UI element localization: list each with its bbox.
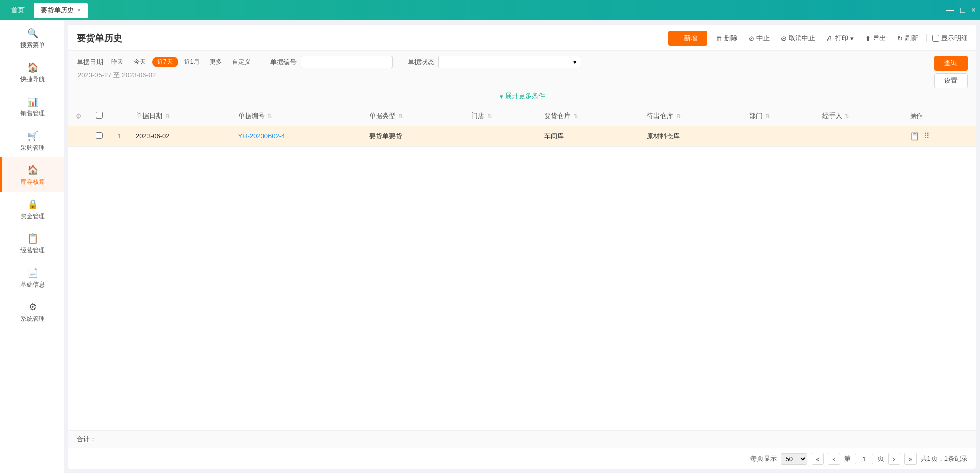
prev-group-btn[interactable]: « [812, 453, 824, 465]
sidebar: 🔍 搜索菜单 🏠 快捷导航 📊 销售管理 🛒 采购管理 🏠 库存核算 🔒 资金管… [0, 20, 64, 473]
date-btn-yesterday[interactable]: 昨天 [107, 57, 128, 67]
table-footer: 合计： [68, 430, 976, 448]
query-button[interactable]: 查询 [934, 56, 968, 71]
refresh-label: 刷新 [905, 34, 918, 43]
sidebar-item-fund[interactable]: 🔒 资金管理 [0, 192, 64, 226]
col-date-label: 单据日期 [136, 112, 162, 120]
doc-number-label: 单据编号 [270, 58, 297, 67]
row-doc-type: 要货单要货 [363, 126, 465, 147]
next-group-btn[interactable]: » [904, 453, 917, 465]
col-department-label: 部门 [749, 112, 763, 120]
col-out-warehouse-sort[interactable]: ⇅ [676, 113, 681, 119]
col-warehouse-label: 要货仓库 [544, 112, 571, 120]
sidebar-item-sales[interactable]: 📊 销售管理 [0, 89, 64, 123]
filter-area: 单据日期 昨天 今天 近7天 近1月 更多 自定义 [68, 51, 976, 106]
date-btn-7days[interactable]: 近7天 [152, 57, 178, 67]
col-date-sort[interactable]: ⇅ [165, 113, 170, 119]
refresh-button[interactable]: ↻ 刷新 [894, 32, 921, 45]
row-store [465, 126, 538, 147]
stop-button[interactable]: ⊘ 中止 [746, 32, 773, 45]
row-actions: 📋 ⠿ [903, 126, 976, 147]
row-doc-number: YH-20230602-4 [232, 126, 363, 147]
stop-label: 中止 [756, 34, 770, 43]
col-warehouse-sort[interactable]: ⇅ [574, 113, 578, 119]
col-out-warehouse-label: 待出仓库 [647, 112, 673, 120]
page-label: 第 [844, 454, 851, 463]
cancel-stop-button[interactable]: ⊘ 取消中止 [778, 32, 818, 45]
col-handler-sort[interactable]: ⇅ [845, 113, 849, 119]
col-doc-type-label: 单据类型 [369, 112, 396, 120]
window-close-icon[interactable]: × [971, 6, 976, 15]
row-checkbox[interactable] [96, 132, 103, 139]
page-size-select[interactable]: 50 100 200 [781, 453, 807, 465]
tab-home[interactable]: 首页 [4, 3, 32, 18]
sidebar-item-inventory[interactable]: 🏠 库存核算 [0, 157, 64, 192]
filter-main-row: 单据日期 昨天 今天 近7天 近1月 更多 自定义 [77, 56, 968, 88]
col-handler: 经手人 ⇅ [816, 106, 904, 126]
page-input[interactable] [855, 454, 873, 464]
row-handler [816, 126, 904, 147]
col-department-sort[interactable]: ⇅ [765, 113, 770, 119]
table-header-row: ⚙ 单据日期 ⇅ 单据编号 ⇅ [68, 106, 976, 126]
new-button[interactable]: + 新增 [668, 31, 707, 46]
col-settings[interactable]: ⚙ [68, 106, 89, 126]
sidebar-item-basic-info[interactable]: 📄 基础信息 [0, 260, 64, 294]
page-total-info: 共1页，1条记录 [921, 454, 968, 463]
row-department [743, 126, 816, 147]
row-num: 1 [109, 126, 130, 147]
doc-status-select[interactable]: ▾ [438, 56, 581, 68]
date-btn-custom[interactable]: 自定义 [228, 57, 255, 67]
maximize-icon[interactable]: □ [960, 6, 965, 15]
more-action-icon[interactable]: ⠿ [924, 131, 930, 141]
edit-action-icon[interactable]: 📋 [910, 131, 920, 141]
minimize-icon[interactable]: — [946, 6, 954, 15]
print-button[interactable]: 🖨 打印 ▾ [823, 32, 857, 45]
delete-button[interactable]: 🗑 删除 [713, 32, 741, 45]
row-checkbox-cell [89, 126, 109, 147]
expand-more-button[interactable]: ▾ 展开更多条件 [77, 91, 968, 101]
date-btn-today[interactable]: 今天 [130, 57, 150, 67]
print-icon: 🖨 [826, 35, 833, 42]
col-doc-type: 单据类型 ⇅ [363, 106, 465, 126]
col-doc-type-sort[interactable]: ⇅ [398, 113, 403, 119]
sidebar-item-purchase[interactable]: 🛒 采购管理 [0, 123, 64, 157]
sidebar-item-search-menu[interactable]: 🔍 搜索菜单 [0, 20, 64, 55]
col-store: 门店 ⇅ [465, 106, 538, 126]
next-btn[interactable]: › [888, 453, 900, 465]
show-detail-checkbox[interactable] [932, 35, 939, 42]
prev-btn[interactable]: ‹ [828, 453, 840, 465]
col-actions: 操作 [903, 106, 976, 126]
export-button[interactable]: ⬆ 导出 [862, 32, 889, 45]
print-label: 打印 [835, 34, 848, 43]
col-store-sort[interactable]: ⇅ [487, 113, 492, 119]
doc-status-label: 单据状态 [408, 58, 434, 67]
system-icon: ⚙ [29, 301, 37, 313]
print-dropdown-icon[interactable]: ▾ [850, 35, 854, 42]
date-btn-more[interactable]: 更多 [206, 57, 226, 67]
close-tab-icon[interactable]: × [77, 7, 81, 14]
settings-button[interactable]: 设置 [934, 73, 968, 88]
col-out-warehouse: 待出仓库 ⇅ [641, 106, 743, 126]
doc-status-filter-item: 单据状态 ▾ [408, 56, 581, 68]
inventory-icon: 🏠 [27, 164, 38, 176]
col-store-label: 门店 [471, 112, 484, 120]
sidebar-item-system[interactable]: ⚙ 系统管理 [0, 294, 64, 328]
tab-active[interactable]: 要货单历史 × [34, 3, 88, 18]
date-btn-1month[interactable]: 近1月 [180, 57, 204, 67]
fund-icon: 🔒 [27, 199, 38, 210]
col-department: 部门 ⇅ [743, 106, 816, 126]
sidebar-sales-label: 销售管理 [20, 109, 45, 118]
sidebar-item-quick-nav[interactable]: 🏠 快捷导航 [0, 55, 64, 89]
export-icon: ⬆ [865, 35, 871, 42]
col-doc-number-sort[interactable]: ⇅ [267, 113, 272, 119]
page-size-label: 每页显示 [750, 454, 777, 463]
sidebar-item-ops[interactable]: 📋 经营管理 [0, 226, 64, 260]
doc-number-input[interactable] [301, 56, 393, 68]
doc-number-link[interactable]: YH-20230602-4 [238, 132, 285, 140]
row-date: 2023-06-02 [130, 126, 232, 147]
expand-label: 展开更多条件 [505, 91, 545, 101]
col-checkbox [89, 106, 109, 126]
sidebar-system-label: 系统管理 [20, 315, 45, 323]
select-all-checkbox[interactable] [96, 112, 103, 119]
page-unit: 页 [877, 454, 884, 463]
